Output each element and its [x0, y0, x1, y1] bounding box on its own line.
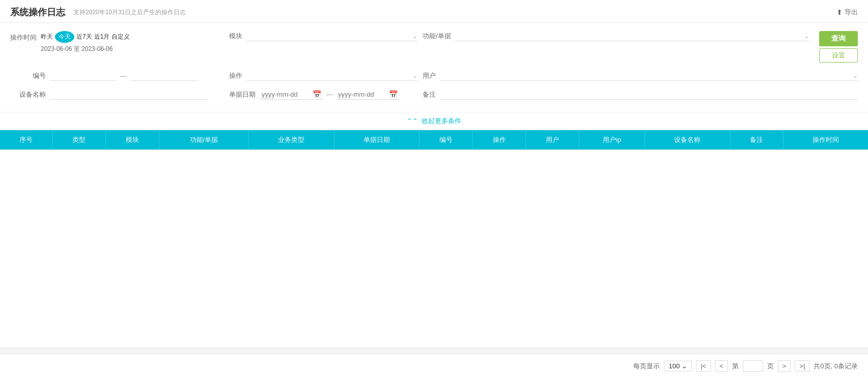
export-button[interactable]: ⬆ 导出 [836, 8, 858, 17]
query-button[interactable]: 查询 [819, 31, 858, 46]
col-device: 设备名称 [645, 130, 730, 150]
total-info: 共0页, 0条记录 [814, 362, 858, 371]
date-label: 单据日期 [229, 90, 256, 99]
code-label: 编号 [10, 71, 46, 80]
date-separator: — [326, 91, 333, 98]
code-start-input[interactable] [50, 71, 116, 81]
page-unit: 页 [767, 362, 774, 371]
col-user-ip: 用户ip [579, 130, 645, 150]
module-chevron-icon: ⌄ [412, 33, 417, 40]
operation-input[interactable] [246, 72, 412, 79]
page-title: 系统操作日志 [10, 6, 65, 18]
device-label: 设备名称 [10, 90, 46, 99]
page-size-label: 每页显示 [633, 362, 660, 371]
page-number-input[interactable]: 1 [743, 360, 763, 372]
export-icon: ⬆ [836, 8, 843, 16]
time-range-display: 2023-06-06 至 2023-06-06 [41, 45, 130, 53]
data-table: 序号 类型 模块 功能/单据 业务类型 单据日期 编号 操作 用户 用户ip 设… [0, 130, 868, 150]
filter-area: 操作时间 昨天 今天 近7天 近1月 自定义 2023-06-06 至 2023… [0, 23, 868, 112]
collapse-icon: ⌃⌃ [407, 117, 418, 125]
module-input[interactable] [246, 32, 412, 40]
table-wrapper: 序号 类型 模块 功能/单据 业务类型 单据日期 编号 操作 用户 用户ip 设… [0, 130, 868, 347]
date-start-input[interactable] [262, 91, 313, 98]
page-size-value: 100 [668, 362, 680, 370]
function-select[interactable]: ⌄ [455, 31, 809, 41]
collapse-bar[interactable]: ⌃⌃ 收起更多条件 [0, 112, 868, 130]
page-label: 第 [732, 362, 739, 371]
function-input[interactable] [455, 32, 804, 40]
col-index: 序号 [0, 130, 52, 150]
col-user: 用户 [526, 130, 579, 150]
table-header-row: 序号 类型 模块 功能/单据 业务类型 单据日期 编号 操作 用户 用户ip 设… [0, 130, 868, 150]
remark-label: 备注 [423, 90, 436, 99]
col-doc-date: 单据日期 [334, 130, 419, 150]
code-end-input[interactable] [131, 71, 197, 81]
col-op-time: 操作时间 [783, 130, 868, 150]
first-page-button[interactable]: |< [696, 360, 711, 372]
user-label: 用户 [423, 71, 436, 80]
calendar-start-icon[interactable]: 📅 [313, 90, 321, 98]
date-end-input[interactable] [338, 91, 389, 98]
operation-chevron-icon: ⌄ [412, 72, 417, 79]
time-yesterday-btn[interactable]: 昨天 [41, 33, 53, 41]
remark-input[interactable] [440, 90, 858, 100]
time-1month-btn[interactable]: 近1月 [94, 33, 110, 41]
page-subtitle: 支持2020年10月31日之后产生的操作日志 [73, 8, 186, 17]
col-module: 模块 [106, 130, 159, 150]
date-end-wrapper[interactable]: 📅 [336, 89, 400, 100]
collapse-label: 收起更多条件 [422, 117, 461, 125]
page-header: 系统操作日志 支持2020年10月31日之后产生的操作日志 ⬆ 导出 [0, 0, 868, 23]
pagination-area: 每页显示 100 ⌄ |< < 第 1 页 > >| 共0页, 0条记录 [0, 354, 868, 378]
settings-button[interactable]: 设置 [819, 48, 858, 63]
page-size-select[interactable]: 100 ⌄ [664, 361, 692, 371]
next-page-button[interactable]: > [778, 360, 791, 372]
last-page-button[interactable]: >| [795, 360, 809, 372]
user-select[interactable]: ⌄ [440, 71, 858, 81]
col-code: 编号 [419, 130, 472, 150]
time-custom-btn[interactable]: 自定义 [111, 33, 130, 41]
user-chevron-icon: ⌄ [853, 72, 858, 79]
time-filter: 昨天 今天 近7天 近1月 自定义 2023-06-06 至 2023-06-0… [41, 31, 130, 53]
module-label: 模块 [229, 32, 242, 41]
module-select[interactable]: ⌄ [246, 31, 417, 41]
date-start-wrapper[interactable]: 📅 [260, 89, 323, 100]
operation-select[interactable]: ⌄ [246, 71, 417, 81]
empty-area [0, 150, 868, 328]
page-size-chevron-icon: ⌄ [682, 362, 687, 370]
user-input[interactable] [440, 72, 853, 79]
col-operation: 操作 [472, 130, 525, 150]
col-type: 类型 [52, 130, 105, 150]
time-7days-btn[interactable]: 近7天 [76, 33, 92, 41]
time-today-btn[interactable]: 今天 [55, 31, 74, 43]
horizontal-scrollbar[interactable] [0, 347, 868, 354]
col-function: 功能/单据 [159, 130, 248, 150]
device-input[interactable] [50, 90, 208, 100]
function-label: 功能/单据 [423, 32, 451, 41]
time-label: 操作时间 [10, 33, 37, 42]
prev-page-button[interactable]: < [715, 360, 728, 372]
code-separator: — [120, 72, 127, 80]
operation-label: 操作 [229, 71, 242, 80]
col-biz-type: 业务类型 [249, 130, 334, 150]
function-chevron-icon: ⌄ [804, 33, 809, 40]
action-buttons: 查询 设置 [819, 31, 858, 63]
calendar-end-icon[interactable]: 📅 [389, 90, 398, 98]
col-remark: 备注 [730, 130, 783, 150]
